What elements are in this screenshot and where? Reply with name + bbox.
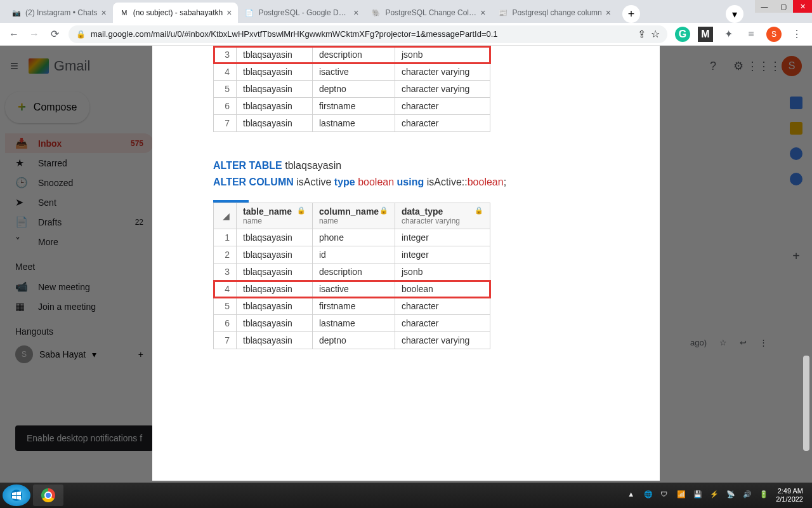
tab-pgarticle[interactable]: 📰 Postgresql change column × bbox=[492, 3, 617, 23]
cell: tblaqsayasin bbox=[237, 264, 313, 281]
time-text: 2:49 AM bbox=[776, 487, 803, 495]
close-window-button[interactable]: ✕ bbox=[793, 0, 812, 13]
cell: character bbox=[395, 298, 490, 315]
window-controls: — ▢ ✕ bbox=[755, 0, 812, 13]
table-row: 2tblaqsayasinidinteger bbox=[214, 246, 490, 264]
tab-title: Postgresql change column bbox=[512, 8, 601, 17]
table-row: 3tblaqsayasindescriptionjsonb bbox=[214, 264, 490, 281]
tray-icon[interactable]: ⚡ bbox=[710, 490, 720, 500]
tab-title: (2) Instagram • Chats bbox=[25, 8, 98, 17]
extension-icon[interactable]: M bbox=[698, 27, 713, 42]
tray-icon[interactable]: 📡 bbox=[726, 490, 737, 500]
cell: description bbox=[313, 264, 395, 281]
gmail-icon: M bbox=[119, 8, 129, 18]
chrome-avatar[interactable]: S bbox=[766, 27, 782, 42]
tray-icon[interactable]: 🌐 bbox=[644, 490, 654, 500]
cell: tblaqsayasin bbox=[237, 98, 313, 115]
tab-gdocs[interactable]: 📄 PostgreSQL - Google Docs × bbox=[238, 3, 365, 23]
column-header[interactable]: table_name🔒name bbox=[237, 203, 313, 229]
chrome-menu-button[interactable]: ⋮ bbox=[789, 27, 804, 42]
article-icon: 📰 bbox=[498, 8, 508, 18]
sort-icon[interactable]: ◢ bbox=[214, 203, 237, 229]
tray-icon[interactable]: ▲ bbox=[627, 490, 638, 500]
back-button[interactable]: ← bbox=[8, 28, 20, 41]
tab-title: PostgreSQL - Google Docs bbox=[258, 8, 350, 17]
grammarly-extension-icon[interactable]: G bbox=[675, 27, 690, 42]
cell: character varying bbox=[395, 332, 490, 349]
taskbar-chrome[interactable] bbox=[33, 485, 63, 506]
table-row: 3tblaqsayasindescriptionjsonb bbox=[214, 46, 490, 64]
cell: tblaqsayasin bbox=[237, 315, 313, 332]
maximize-button[interactable]: ▢ bbox=[774, 0, 793, 13]
row-number: 5 bbox=[214, 81, 237, 98]
cell: tblaqsayasin bbox=[237, 115, 313, 132]
tray-icon[interactable]: 🔋 bbox=[759, 490, 769, 500]
reload-button[interactable]: ⟳ bbox=[48, 28, 61, 41]
lock-icon: 🔒 bbox=[76, 30, 86, 39]
address-bar: ← → ⟳ 🔒 mail.google.com/mail/u/0/#inbox/… bbox=[0, 23, 812, 46]
tab-pgchange[interactable]: 🐘 PostgreSQL Change Colum × bbox=[365, 3, 492, 23]
star-icon[interactable]: ☆ bbox=[651, 28, 660, 40]
url-input[interactable]: 🔒 mail.google.com/mail/u/0/#inbox/KtbxLw… bbox=[69, 25, 667, 43]
close-icon[interactable]: × bbox=[226, 8, 232, 18]
tab-title: PostgreSQL Change Colum bbox=[385, 8, 476, 17]
cell: isactive bbox=[313, 64, 395, 81]
column-header[interactable]: data_type🔒character varying bbox=[395, 203, 490, 229]
close-icon[interactable]: × bbox=[480, 8, 485, 18]
forward-button[interactable]: → bbox=[28, 28, 41, 41]
url-text: mail.google.com/mail/u/0/#inbox/KtbxLwHP… bbox=[91, 29, 632, 39]
table-row: 4tblaqsayasinisactivecharacter varying bbox=[214, 64, 490, 81]
windows-taskbar: ▲ 🌐 🛡 📶 💾 ⚡ 📡 🔊 🔋 2:49 AM 2/1/2022 bbox=[0, 483, 812, 508]
close-icon[interactable]: × bbox=[102, 8, 107, 18]
lock-icon: 🔒 bbox=[475, 206, 483, 215]
new-tab-button[interactable]: + bbox=[622, 5, 640, 23]
cell: integer bbox=[395, 229, 490, 246]
tab-instagram[interactable]: 📷 (2) Instagram • Chats × bbox=[5, 3, 113, 23]
cell: lastname bbox=[313, 115, 395, 132]
chrome-profile-chip[interactable]: ▾ bbox=[726, 5, 743, 23]
attachment-viewer: 3tblaqsayasindescriptionjsonb4tblaqsayas… bbox=[152, 46, 660, 481]
tab-title: (no subject) - sabahayatkh bbox=[133, 8, 223, 17]
cell: tblaqsayasin bbox=[237, 332, 313, 349]
clock[interactable]: 2:49 AM 2/1/2022 bbox=[776, 487, 803, 504]
cell: tblaqsayasin bbox=[237, 298, 313, 315]
table-row: 1tblaqsayasinphoneinteger bbox=[214, 229, 490, 246]
tray-icon[interactable]: 💾 bbox=[693, 490, 704, 500]
cell: tblaqsayasin bbox=[237, 246, 313, 264]
close-icon[interactable]: × bbox=[353, 8, 358, 18]
cell: lastname bbox=[313, 315, 395, 332]
scrollbar[interactable] bbox=[803, 356, 809, 451]
chrome-icon bbox=[41, 488, 55, 502]
tray-icon[interactable]: 🔊 bbox=[743, 490, 753, 500]
system-tray: ▲ 🌐 🛡 📶 💾 ⚡ 📡 🔊 🔋 2:49 AM 2/1/2022 bbox=[627, 487, 809, 504]
table-row: 6tblaqsayasinlastnamecharacter bbox=[214, 315, 490, 332]
close-icon[interactable]: × bbox=[606, 8, 611, 18]
tray-icon[interactable]: 🛡 bbox=[660, 490, 671, 500]
table-row: 4tblaqsayasinisactiveboolean bbox=[214, 281, 490, 298]
minimize-button[interactable]: — bbox=[755, 0, 774, 13]
share-icon[interactable]: ⇪ bbox=[638, 28, 646, 40]
row-number: 7 bbox=[214, 332, 237, 349]
browser-tab-bar: 📷 (2) Instagram • Chats × M (no subject)… bbox=[0, 0, 812, 23]
reading-list-icon[interactable]: ≡ bbox=[743, 27, 759, 42]
cell: phone bbox=[313, 229, 395, 246]
cell: character bbox=[395, 315, 490, 332]
row-number: 5 bbox=[214, 298, 237, 315]
cell: deptno bbox=[313, 81, 395, 98]
row-number: 2 bbox=[214, 246, 237, 264]
lock-icon: 🔒 bbox=[297, 206, 306, 215]
windows-icon bbox=[10, 489, 23, 502]
table-row: 5tblaqsayasindeptnocharacter varying bbox=[214, 81, 490, 98]
tray-icon[interactable]: 📶 bbox=[677, 490, 687, 500]
row-number: 1 bbox=[214, 229, 237, 246]
start-button[interactable] bbox=[3, 485, 30, 506]
schema-table-before: 3tblaqsayasindescriptionjsonb4tblaqsayas… bbox=[213, 46, 490, 132]
date-text: 2/1/2022 bbox=[776, 495, 803, 504]
cell: jsonb bbox=[395, 46, 490, 64]
cell: tblaqsayasin bbox=[237, 81, 313, 98]
active-tab-indicator bbox=[213, 200, 249, 203]
tab-gmail[interactable]: M (no subject) - sabahayatkh × bbox=[113, 3, 239, 23]
cell: character varying bbox=[395, 64, 490, 81]
column-header[interactable]: column_name🔒name bbox=[313, 203, 395, 229]
extensions-button[interactable]: ✦ bbox=[721, 27, 736, 42]
